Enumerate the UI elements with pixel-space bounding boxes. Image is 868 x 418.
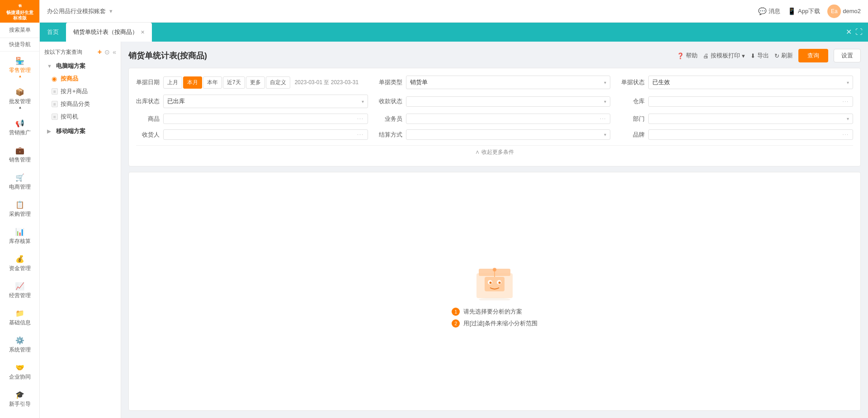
collapse-filter-btn[interactable]: ∧ 收起更多条件	[136, 145, 853, 159]
list-icon-3: ≡	[52, 114, 58, 120]
dept-select[interactable]: ▾	[648, 114, 853, 124]
help-label: 帮助	[686, 52, 698, 60]
user-name-label: demo2	[843, 8, 861, 14]
doc-type-value: 销货单	[410, 78, 604, 86]
tree-item-by-customer[interactable]: ≡ 按司机	[44, 110, 121, 123]
tab-expand-btn[interactable]: ⛶	[855, 28, 863, 36]
tree-pc-solutions[interactable]: ▼ 电脑端方案	[40, 60, 121, 72]
marketing-icon: 📢	[15, 119, 24, 128]
report-tab-label: 销货单统计表（按商品）	[73, 28, 138, 36]
sidebar-item-system[interactable]: ⚙️ 系统管理	[0, 331, 39, 358]
sidebar-item-purchase[interactable]: 📋 采购管理	[0, 195, 39, 223]
recipient-select[interactable]: ···	[163, 129, 368, 140]
tab-close-window-btn[interactable]: ✕	[846, 28, 852, 36]
tree-pc-children: ◉ 按商品 ≡ 按月+商品 ≡ 按商品分类 ≡ 按司机	[40, 72, 121, 123]
date-btn-7days[interactable]: 近7天	[223, 76, 245, 89]
print-dropdown-icon: ▾	[742, 52, 745, 59]
app-download-label: App下载	[798, 7, 820, 15]
right-panel: 销货单统计表(按商品) ❓ 帮助 🖨 按模板打印 ▾ ⬇ 导出	[121, 42, 868, 418]
message-btn[interactable]: 💬 消息	[758, 7, 780, 15]
warehouse-label: 仓库	[621, 97, 648, 105]
list-icon-2: ≡	[52, 101, 58, 107]
search-menu[interactable]: 搜索菜单	[0, 23, 39, 38]
product-select[interactable]: ···	[163, 114, 368, 124]
salesperson-select[interactable]: ···	[406, 114, 611, 124]
search-menu-label: 搜索菜单	[9, 27, 31, 33]
tab-close-btn[interactable]: ✕	[141, 29, 145, 35]
quick-nav[interactable]: 快捷导航	[0, 38, 39, 52]
tree-item-by-month-product[interactable]: ≡ 按月+商品	[44, 85, 121, 98]
date-label: 单据日期	[136, 78, 163, 86]
panel-add-btn[interactable]: +	[98, 48, 102, 56]
settlement-field: 结算方式 ▾	[379, 129, 611, 140]
filter-card: 单据日期 上月 本月 本年 近7天 更多 自定义 2023-03-01 至 20…	[128, 68, 861, 166]
sidebar-item-sales[interactable]: 💼 销售管理	[0, 141, 39, 168]
settlement-arrow: ▾	[604, 132, 606, 137]
export-btn[interactable]: ⬇ 导出	[750, 52, 769, 60]
date-btn-more[interactable]: 更多	[246, 76, 265, 89]
sidebar-item-ecommerce[interactable]: 🛒 电商管理	[0, 168, 39, 195]
warehouse-dots: ···	[843, 99, 849, 104]
tree-mobile-solutions[interactable]: ▶ 移动端方案	[40, 125, 121, 138]
date-btn-last-month[interactable]: 上月	[163, 76, 182, 89]
empty-svg	[467, 255, 522, 300]
warehouse-select[interactable]: ···	[648, 96, 853, 107]
sidebar: 畅 畅捷通好生意 标准版 搜索菜单 快捷导航 🏪 零售管理 📦 批发管理 📢 营…	[0, 0, 40, 418]
panel-settings-btn[interactable]: ⊙	[104, 48, 110, 56]
tree-item-by-product[interactable]: ◉ 按商品	[44, 72, 121, 85]
date-btn-current-month[interactable]: 本月	[183, 76, 202, 89]
wholesale-icon: 📦	[15, 87, 24, 96]
finance-icon: 💰	[15, 254, 24, 263]
by-customer-label: 按司机	[61, 113, 78, 121]
message-icon: 💬	[758, 7, 767, 15]
tree-item-by-category[interactable]: ≡ 按商品分类	[44, 98, 121, 110]
query-button[interactable]: 查询	[798, 49, 828, 62]
app-download-btn[interactable]: 📱 App下载	[788, 7, 820, 15]
sidebar-item-guide[interactable]: 🎓 新手引导	[0, 385, 39, 413]
ecommerce-icon: 🛒	[15, 173, 24, 182]
brand-select[interactable]: ···	[648, 129, 853, 140]
date-field: 单据日期 上月 本月 本年 近7天 更多 自定义 2023-03-01 至 20…	[136, 76, 368, 89]
message-label: 消息	[769, 7, 780, 15]
doc-status-select[interactable]: 已生效 ▾	[648, 76, 853, 89]
doc-type-select[interactable]: 销货单 ▾	[406, 76, 611, 89]
collab-icon: 🤝	[15, 363, 24, 372]
payment-status-field: 收款状态 ▾	[379, 96, 611, 107]
industry-label: 办公用品行业模拟账套	[47, 7, 106, 15]
industry-dropdown-icon[interactable]: ▾	[109, 8, 113, 14]
dept-arrow: ▾	[847, 116, 849, 121]
sidebar-item-retail[interactable]: 🏪 零售管理	[0, 52, 39, 83]
sidebar-item-inventory[interactable]: 📊 库存核算	[0, 223, 39, 250]
sidebar-item-wholesale[interactable]: 📦 批发管理	[0, 83, 39, 114]
settlement-select[interactable]: ▾	[406, 129, 611, 140]
user-profile-btn[interactable]: Ea demo2	[827, 5, 861, 18]
by-category-label: 按商品分类	[61, 100, 90, 108]
out-status-select[interactable]: 已出库 ▾	[163, 95, 368, 108]
sidebar-item-operation[interactable]: 📈 经营管理	[0, 277, 39, 304]
sidebar-item-basic[interactable]: 📁 基础信息	[0, 304, 39, 331]
print-template-btn[interactable]: 🖨 按模板打印 ▾	[703, 52, 745, 60]
date-btn-custom[interactable]: 自定义	[266, 76, 290, 89]
tab-home[interactable]: 首页	[40, 23, 66, 42]
tab-report[interactable]: 销货单统计表（按商品） ✕	[66, 23, 152, 42]
sidebar-item-finance[interactable]: 💰 资金管理	[0, 250, 39, 277]
app-download-icon: 📱	[788, 7, 796, 15]
page-title: 销货单统计表(按商品)	[128, 50, 207, 61]
settings-button[interactable]: 设置	[834, 49, 861, 62]
svg-point-11	[493, 268, 496, 271]
header-right: 💬 消息 📱 App下载 Ea demo2	[758, 5, 861, 18]
sidebar-item-collab[interactable]: 🤝 企业协同	[0, 358, 39, 385]
payment-status-select[interactable]: ▾	[406, 96, 611, 107]
filter-row-4: 收货人 ··· 结算方式 ▾	[136, 129, 853, 140]
panel-collapse-btn[interactable]: «	[113, 48, 116, 56]
retail-icon: 🏪	[15, 56, 24, 65]
content-area: 按以下方案查询 + ⊙ « ▼ 电脑端方案 ◉ 按商品 ≡ 按月+	[40, 42, 868, 418]
sidebar-item-apps[interactable]: 📱 应用中心	[0, 413, 39, 418]
date-btn-current-year[interactable]: 本年	[203, 76, 222, 89]
sidebar-item-marketing[interactable]: 📢 营销推广	[0, 114, 39, 141]
salesperson-label: 业务员	[379, 115, 406, 123]
settings-label: 设置	[841, 52, 853, 59]
product-dots: ···	[357, 116, 363, 121]
help-btn[interactable]: ❓ 帮助	[677, 52, 698, 60]
refresh-btn[interactable]: ↻ 刷新	[774, 52, 793, 60]
